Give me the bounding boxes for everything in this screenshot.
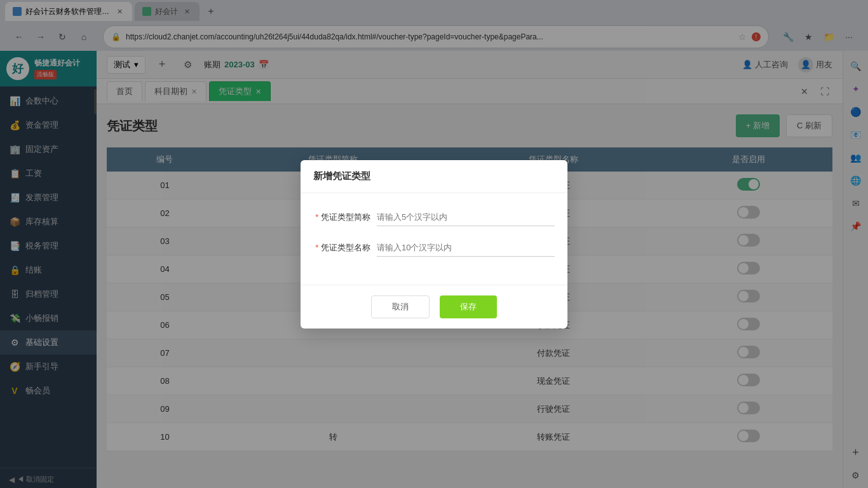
add-voucher-type-modal: 新增凭证类型 凭证类型简称 凭证类型名称 取消 保存 xyxy=(301,160,567,329)
form-row-short-name: 凭证类型简称 xyxy=(313,208,555,226)
short-name-input[interactable] xyxy=(377,208,555,226)
save-button[interactable]: 保存 xyxy=(440,295,497,318)
short-name-label: 凭证类型简称 xyxy=(313,212,370,223)
full-name-label: 凭证类型名称 xyxy=(313,242,370,254)
modal-footer: 取消 保存 xyxy=(301,285,567,329)
form-row-full-name: 凭证类型名称 xyxy=(313,239,555,257)
modal-body: 凭证类型简称 凭证类型名称 xyxy=(301,193,567,285)
modal-overlay: 新增凭证类型 凭证类型简称 凭证类型名称 取消 保存 xyxy=(0,0,868,488)
modal-title: 新增凭证类型 xyxy=(313,170,370,182)
full-name-input[interactable] xyxy=(377,239,555,257)
modal-header: 新增凭证类型 xyxy=(301,160,567,193)
cancel-button[interactable]: 取消 xyxy=(371,295,430,318)
